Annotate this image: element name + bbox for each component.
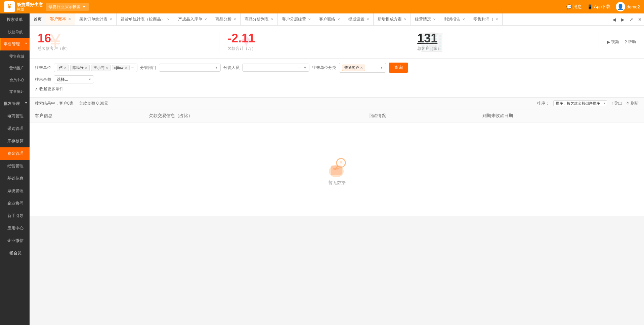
tag-close-chen[interactable]: ✕ bbox=[85, 66, 87, 70]
stat-icon-3: 🏢 bbox=[419, 29, 444, 53]
tab-close-commission[interactable]: ✕ bbox=[367, 17, 369, 21]
tab-product-inbound[interactable]: 产成品入库单 ✕ bbox=[174, 13, 211, 26]
tab-profit-report[interactable]: 利润报告 ✕ bbox=[440, 13, 469, 26]
tab-incoming-stats[interactable]: 进货单统计表（按商品） ✕ bbox=[117, 13, 174, 26]
filter-more-tags[interactable]: ··· bbox=[131, 65, 134, 70]
filter-tag-wu[interactable]: 伍 ✕ bbox=[57, 65, 69, 71]
sidebar-item-ecommerce[interactable]: 电商管理 bbox=[0, 110, 30, 122]
sidebar-item-retail-mall[interactable]: 零售商城 bbox=[0, 50, 30, 62]
sidebar-item-marketing[interactable]: 营销推广 bbox=[0, 62, 30, 74]
filter-tag-chenminqiang[interactable]: 陈民强 ✕ bbox=[70, 65, 90, 71]
tab-product-analysis-list[interactable]: 商品分析列表 ✕ bbox=[241, 13, 278, 26]
sidebar-item-beginner-guide[interactable]: 新手引导 bbox=[0, 210, 30, 222]
unit-type-tag-close[interactable]: ✕ bbox=[360, 66, 363, 70]
tab-close-incoming[interactable]: ✕ bbox=[167, 17, 170, 21]
unit-type-label: 往来单位分类 bbox=[312, 65, 336, 71]
sidebar-item-chang-member[interactable]: 畅会员 bbox=[0, 247, 30, 259]
tab-product-analysis[interactable]: 商品分析 ✕ bbox=[211, 13, 241, 26]
unit-filter-label: 往来单位 bbox=[35, 65, 51, 71]
tab-home[interactable]: 首页 bbox=[30, 13, 46, 26]
tab-close-retail-profit[interactable]: ✕ bbox=[496, 17, 498, 21]
tab-next-button[interactable]: ▶ bbox=[619, 17, 627, 22]
sidebar-item-enterprise-collab[interactable]: 企业协同 bbox=[0, 197, 30, 210]
stats-right-actions: ▶ 视频 ? 帮助 bbox=[607, 39, 636, 45]
filter-tag-cjttcw[interactable]: cjttcw ✕ bbox=[112, 65, 130, 70]
sidebar-item-operations[interactable]: 经营管理 bbox=[0, 160, 30, 172]
unit-tag-group[interactable]: 伍 ✕ 陈民强 ✕ 王小亮 ✕ bbox=[54, 64, 137, 72]
tab-operations[interactable]: 经营情况 ✕ bbox=[411, 13, 440, 26]
filter-tag-wangxiaoliang[interactable]: 王小亮 ✕ bbox=[91, 65, 111, 71]
tab-maximize-button[interactable]: ⤢ bbox=[627, 17, 635, 22]
demo-selector[interactable]: 母婴行业演示帐套 ▼ bbox=[46, 3, 89, 11]
tag-close-cjttcw[interactable]: ✕ bbox=[125, 66, 127, 70]
logo-text: 畅捷通好生意 标版 bbox=[17, 2, 43, 12]
export-button[interactable]: ↑ 导出 bbox=[611, 101, 622, 106]
help-button[interactable]: ? 帮助 bbox=[625, 39, 636, 45]
sidebar-item-quick-nav[interactable]: 快捷导航 bbox=[0, 26, 30, 38]
content-area: 首页 客户账本 ✕ 采购订单统计表 ✕ 进货单统计表（按商品） ✕ 产成品入库单… bbox=[30, 13, 644, 325]
tab-close-customer-contact[interactable]: ✕ bbox=[337, 17, 340, 21]
col-customer-info: 客户信息 bbox=[30, 109, 143, 122]
collapse-button[interactable]: ∧ 收起更多条件 bbox=[35, 86, 639, 92]
tag-close-wu[interactable]: ✕ bbox=[64, 66, 67, 70]
tag-close-wang[interactable]: ✕ bbox=[105, 66, 108, 70]
tab-close-add-commission[interactable]: ✕ bbox=[404, 17, 406, 21]
sidebar-search[interactable]: 搜索菜单 bbox=[0, 13, 30, 26]
unit-type-field[interactable]: 普通客户 ✕ bbox=[339, 63, 386, 73]
tab-retail-profit[interactable]: 零售利润（ ✕ bbox=[469, 13, 503, 26]
person-input[interactable] bbox=[242, 64, 309, 72]
stat-icon-2: ✦ bbox=[238, 29, 255, 52]
sidebar-item-finance[interactable]: 资金管理 bbox=[0, 147, 30, 160]
logo-icon: ¥ bbox=[4, 1, 15, 12]
sidebar-item-inventory[interactable]: 库存核算 bbox=[0, 135, 30, 147]
tab-close-all-button[interactable]: ✕ bbox=[636, 17, 644, 22]
tab-purchase-order-stats[interactable]: 采购订单统计表 ✕ bbox=[75, 13, 117, 26]
sidebar: 搜索菜单 快捷导航 零售管理 ▾ 零售商城 营销推广 会员中心 零售统计 批发管… bbox=[0, 13, 30, 325]
sidebar-item-procurement[interactable]: 采购管理 bbox=[0, 122, 30, 135]
tab-prev-button[interactable]: ◀ bbox=[610, 17, 618, 22]
main-content: ¥ ✦ 🏢 16 总欠款客户（家） -2.11 欠款合计（万） 131 总客户（… bbox=[30, 26, 644, 325]
empty-row: 暂无数据 bbox=[30, 122, 644, 216]
stat-icon-1: ¥ bbox=[50, 29, 61, 52]
sidebar-item-wholesale[interactable]: 批发管理 ▾ bbox=[0, 98, 30, 110]
avatar: 👤 bbox=[616, 2, 625, 11]
tab-commission-settings[interactable]: 提成设置 ✕ bbox=[344, 13, 374, 26]
sidebar-item-system[interactable]: 系统管理 bbox=[0, 185, 30, 197]
search-menu-label[interactable]: 搜索菜单 bbox=[3, 17, 27, 23]
sidebar-item-enterprise-wechat[interactable]: 企业微信 bbox=[0, 234, 30, 247]
query-button[interactable]: 查询 bbox=[389, 63, 408, 73]
sidebar-item-member-center[interactable]: 会员中心 bbox=[0, 74, 30, 86]
tab-close-customer-tier[interactable]: ✕ bbox=[308, 17, 311, 21]
tab-close-operations[interactable]: ✕ bbox=[433, 17, 436, 21]
tab-close-product-list[interactable]: ✕ bbox=[271, 17, 273, 21]
app-download-button[interactable]: 📱 App下载 bbox=[587, 4, 610, 10]
user-menu[interactable]: 👤 demo2 bbox=[616, 2, 640, 11]
sidebar-item-basic-info[interactable]: 基础信息 bbox=[0, 172, 30, 185]
balance-select[interactable]: 选择... bbox=[54, 75, 94, 83]
empty-text: 暂无数据 bbox=[328, 180, 346, 186]
tab-add-commission[interactable]: 新增提成方案 ✕ bbox=[374, 13, 411, 26]
balance-filter-label: 往来余额 bbox=[35, 77, 51, 82]
col-due-date: 到期未收款日期 bbox=[477, 109, 644, 122]
sidebar-item-retail-management[interactable]: 零售管理 ▾ bbox=[0, 38, 30, 50]
table-body: 暂无数据 bbox=[30, 122, 644, 216]
tab-close-product-inbound[interactable]: ✕ bbox=[204, 17, 207, 21]
tab-close-purchase-order[interactable]: ✕ bbox=[110, 17, 112, 21]
tab-close-customer-ledger[interactable]: ✕ bbox=[68, 17, 71, 21]
message-button[interactable]: 💬 消息 bbox=[566, 4, 582, 10]
unit-type-tag: 普通客户 ✕ bbox=[342, 65, 365, 71]
tab-customer-contact[interactable]: 客户联络 ✕ bbox=[315, 13, 344, 26]
tab-customer-tier[interactable]: 客户分层经营 ✕ bbox=[278, 13, 315, 26]
tab-close-profit-report[interactable]: ✕ bbox=[462, 17, 465, 21]
video-button[interactable]: ▶ 视频 bbox=[607, 39, 619, 45]
sidebar-item-app-center[interactable]: 应用中心 bbox=[0, 222, 30, 234]
dept-input[interactable] bbox=[159, 64, 221, 72]
tab-bar: 首页 客户账本 ✕ 采购订单统计表 ✕ 进货单统计表（按商品） ✕ 产成品入库单… bbox=[30, 13, 644, 26]
empty-state-cell: 暂无数据 bbox=[30, 122, 644, 216]
sort-select[interactable]: 排序：按欠款金额倒序排序 bbox=[553, 100, 607, 106]
tab-close-product-analysis[interactable]: ✕ bbox=[233, 17, 236, 21]
refresh-button[interactable]: ↻ 刷新 bbox=[626, 101, 639, 106]
unit-type-select-wrap: 普通客户 ✕ ▼ bbox=[339, 63, 386, 73]
sidebar-item-retail-stats[interactable]: 零售统计 bbox=[0, 86, 30, 98]
tab-customer-ledger[interactable]: 客户账本 ✕ bbox=[46, 13, 75, 26]
